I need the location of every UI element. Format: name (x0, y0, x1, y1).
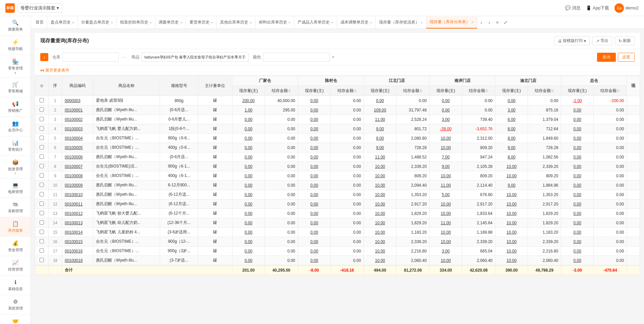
refresh-btn[interactable]: ↻ 刷新 (615, 36, 635, 45)
cell-c1-qty[interactable]: 0.00 (232, 228, 265, 237)
cell-total-qty[interactable]: 0.00 (561, 237, 594, 246)
cell-c2-qty[interactable]: 0.00 (298, 124, 331, 134)
expand-more-btn[interactable]: ▾▾ 展开更多条件 (40, 67, 69, 73)
cell-c1-qty[interactable]: 0.00 (232, 152, 265, 162)
cell-c1-qty[interactable]: 0.00 (232, 199, 265, 209)
cell-c2-qty[interactable]: 0.00 (298, 190, 331, 199)
cell-c1-qty[interactable]: 0.00 (232, 171, 265, 181)
tab-product-in[interactable]: 产成品入库单历史 × (294, 16, 337, 29)
cell-code[interactable]: 00100011 (62, 199, 93, 209)
cell-c1-qty[interactable]: 200.00 (232, 96, 265, 105)
cell-c3-qty[interactable]: 10.00 (364, 237, 396, 246)
warehouse-more-btn[interactable]: ··· (121, 54, 127, 60)
cell-checkbox[interactable] (35, 152, 49, 162)
cell-total-qty[interactable]: 0.00 (561, 218, 594, 228)
cell-checkbox[interactable] (35, 228, 49, 237)
sidebar-item-mall[interactable]: 🛒 零售商城 (0, 78, 31, 97)
sidebar-item-purchase[interactable]: 🛍 采购管理 (0, 198, 31, 217)
cell-total-qty[interactable]: 0.00 (561, 143, 594, 152)
cell-c3-qty[interactable]: 10.00 (364, 218, 396, 228)
cell-checkbox[interactable] (35, 115, 49, 124)
sidebar-item-system[interactable]: ⚙ 系统管理 (0, 295, 31, 315)
cell-code[interactable]: 00100005 (62, 143, 93, 152)
tab-inventory-check-close[interactable]: × (72, 20, 74, 25)
cell-c1-qty[interactable]: 0.00 (232, 256, 265, 266)
sidebar-item-wholesale[interactable]: 📦 批发管理 ▾ (0, 156, 31, 179)
cell-total-qty[interactable]: 0.00 (561, 134, 594, 143)
cell-c3-qty[interactable]: 10.00 (364, 199, 396, 209)
cell-c3-qty[interactable]: 10.00 (364, 190, 396, 199)
cell-c2-qty[interactable]: 0.00 (298, 199, 331, 209)
cell-total-qty[interactable]: 0.00 (561, 228, 594, 237)
cell-c2-qty[interactable]: 0.00 (298, 152, 331, 162)
cell-c1-qty[interactable]: 0.00 (232, 162, 265, 171)
company-selector[interactable]: 母婴行业演示陈套 ▾ (17, 3, 62, 13)
cell-code[interactable]: 00100018 (62, 256, 93, 266)
cell-total-qty[interactable]: 0.00 (561, 209, 594, 218)
cell-c1-qty[interactable]: 0.00 (232, 246, 265, 256)
cell-c3-qty[interactable]: 109.00 (364, 105, 396, 115)
nanan-amt-info[interactable]: ① (485, 89, 488, 93)
export-btn[interactable]: ↗ 导出 (592, 36, 612, 45)
cell-c5-qty[interactable]: 10.00 (495, 209, 528, 218)
cell-checkbox[interactable] (35, 218, 49, 228)
tab-cost-adjust-close[interactable]: × (370, 20, 372, 25)
cell-c4-qty[interactable]: 3.00 (430, 246, 462, 256)
cell-c5-qty[interactable]: 10.00 (495, 256, 528, 266)
cell-checkbox[interactable] (35, 96, 49, 105)
cell-c2-qty[interactable]: 0.00 (298, 256, 331, 266)
cell-code[interactable]: 00100010 (62, 190, 93, 199)
cell-c5-qty[interactable]: 9.00 (495, 181, 528, 190)
yubei-amt-info[interactable]: ① (551, 89, 554, 93)
cell-c3-qty[interactable]: 10.00 (364, 209, 396, 218)
cell-c2-qty[interactable]: 0.00 (298, 237, 331, 246)
cell-total-qty[interactable]: 0.00 (561, 162, 594, 171)
tab-product-in-close[interactable]: × (331, 20, 333, 25)
cell-c4-qty[interactable]: 10.00 (430, 256, 462, 266)
cell-c5-qty[interactable]: 10.00 (495, 190, 528, 199)
cell-c5-qty[interactable]: 8.00 (495, 124, 528, 134)
jiangbei-amt-info[interactable]: ① (419, 89, 423, 93)
cell-c1-qty[interactable]: 0.00 (232, 143, 265, 152)
cell-code[interactable]: 00100015 (62, 237, 93, 246)
cell-checkbox[interactable] (35, 124, 49, 134)
total-amt-info[interactable]: ① (616, 89, 620, 93)
print-btn[interactable]: 🖨 按模版打印 ▾ (554, 36, 590, 45)
cell-c4-qty[interactable]: 10.00 (430, 237, 462, 246)
tab-order[interactable]: 要货单历史 × (186, 16, 217, 29)
cell-code[interactable]: 00100003 (62, 124, 93, 134)
cell-c5-qty[interactable]: 10.00 (495, 162, 528, 171)
cell-total-qty[interactable]: 0.00 (561, 124, 594, 134)
tab-stock-status-close[interactable]: × (421, 20, 423, 25)
cell-total-qty[interactable]: 0.00 (561, 115, 594, 124)
cell-c1-qty[interactable]: 0.00 (232, 181, 265, 190)
cell-code[interactable]: 00100006 (62, 152, 93, 162)
cell-c4-qty[interactable]: 10.00 (430, 134, 462, 143)
cell-c2-qty[interactable]: 0.00 (298, 171, 331, 181)
cell-c2-qty[interactable]: 0.00 (298, 218, 331, 228)
cell-checkbox[interactable] (35, 209, 49, 218)
sidebar-item-nav[interactable]: ⚡ 快捷导航 (0, 36, 31, 55)
collapse-btn[interactable]: › (40, 53, 48, 61)
goods-input[interactable] (142, 52, 249, 62)
tab-material-out-close[interactable]: × (288, 20, 290, 25)
cell-c5-qty[interactable]: 3.00 (495, 105, 528, 115)
cell-c3-qty[interactable]: 10.00 (364, 228, 396, 237)
cell-c5-qty[interactable]: 0.00 (495, 96, 528, 105)
cell-c4-qty[interactable]: 10.00 (430, 143, 462, 152)
color-input[interactable] (263, 52, 330, 62)
tab-expand-btn[interactable]: ⤢ (501, 18, 509, 27)
cell-checkbox[interactable] (35, 256, 49, 266)
cell-c5-qty[interactable]: 10.00 (495, 237, 528, 246)
cell-total-qty[interactable]: 0.00 (561, 190, 594, 199)
cell-c1-qty[interactable]: 1.00 (232, 105, 265, 115)
cell-code[interactable]: 00100004 (62, 134, 93, 143)
cell-c3-qty[interactable]: 10.00 (364, 162, 396, 171)
tab-transfer[interactable]: 调拨单历史 × (155, 16, 186, 29)
cell-total-qty[interactable]: 0.00 (561, 256, 594, 266)
cell-code[interactable]: 00100016 (62, 246, 93, 256)
cell-c4-qty[interactable]: 5.00 (430, 190, 462, 199)
sidebar-item-ops[interactable]: 📈 经营管理 (0, 256, 31, 276)
tab-prev-btn[interactable]: ‹ (477, 18, 485, 27)
cell-c3-qty[interactable]: 9.00 (364, 124, 396, 134)
